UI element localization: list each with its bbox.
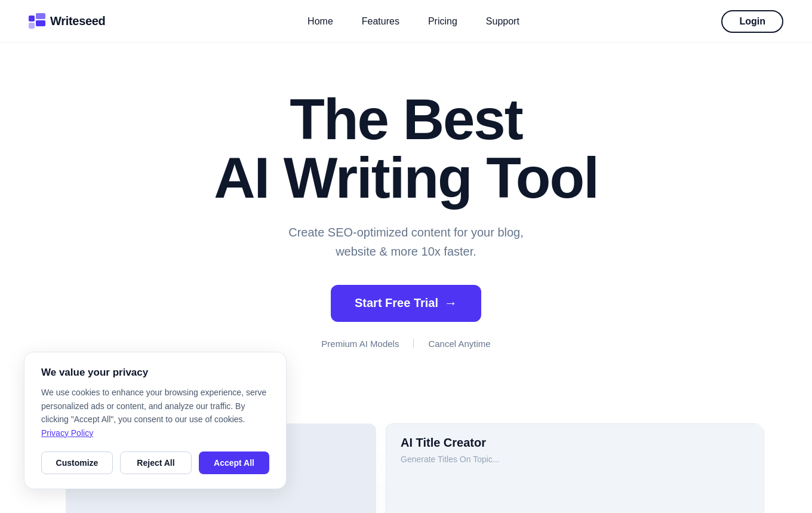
logo-link[interactable]: Writeseed <box>29 13 106 30</box>
nav-support[interactable]: Support <box>486 16 519 26</box>
preview-card-subtitle: Generate Titles On Topic... <box>401 454 749 464</box>
accept-all-button[interactable]: Accept All <box>199 451 269 474</box>
logo-icon <box>29 13 45 30</box>
hero-section: The Best AI Writing Tool Create SEO-opti… <box>0 43 812 373</box>
cookie-title: We value your privacy <box>41 367 269 379</box>
cta-arrow-icon: → <box>444 296 457 311</box>
svg-rect-0 <box>29 16 35 21</box>
feature-divider <box>413 339 414 348</box>
logo-text: Writeseed <box>50 14 106 28</box>
privacy-policy-link[interactable]: Privacy Policy <box>41 428 93 438</box>
login-button[interactable]: Login <box>721 10 783 33</box>
preview-right-panel: AI Title Creator Generate Titles On Topi… <box>386 423 764 513</box>
hero-subtitle: Create SEO-optimized content for your bl… <box>288 223 524 261</box>
hero-title-line2: AI Writing Tool <box>214 148 598 208</box>
nav-links: Home Features Pricing Support <box>307 16 519 27</box>
navbar: Writeseed Home Features Pricing Support … <box>0 0 812 43</box>
nav-features[interactable]: Features <box>362 16 399 26</box>
svg-rect-2 <box>36 13 45 19</box>
hero-features: Premium AI Models Cancel Anytime <box>321 339 490 349</box>
svg-rect-1 <box>29 23 35 29</box>
cookie-body: We use cookies to enhance your browsing … <box>41 386 269 440</box>
nav-pricing[interactable]: Pricing <box>428 16 457 26</box>
cta-label: Start Free Trial <box>355 296 438 310</box>
svg-rect-3 <box>36 20 45 26</box>
customize-button[interactable]: Customize <box>41 451 113 474</box>
feature-cancel-anytime: Cancel Anytime <box>428 339 490 349</box>
start-free-trial-button[interactable]: Start Free Trial → <box>331 285 481 322</box>
feature-premium-ai: Premium AI Models <box>321 339 399 349</box>
nav-home[interactable]: Home <box>307 16 333 26</box>
preview-card-title: AI Title Creator <box>401 436 749 450</box>
reject-all-button[interactable]: Reject All <box>120 451 192 474</box>
hero-title-line1: The Best <box>290 91 522 148</box>
cookie-banner: We value your privacy We use cookies to … <box>24 352 287 489</box>
cookie-actions: Customize Reject All Accept All <box>41 451 269 474</box>
